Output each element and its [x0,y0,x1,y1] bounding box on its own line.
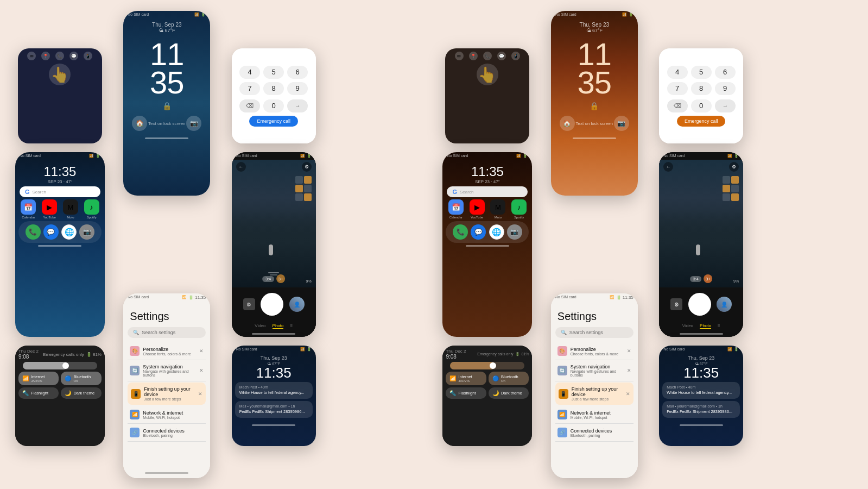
key-2[interactable]: 5 [263,66,284,79]
key-1[interactable]: 4 [239,66,260,79]
qs-tile-internet[interactable]: 📶 Internet JARVIS [18,372,59,385]
shutter-btn-2[interactable] [688,293,711,316]
key-o4[interactable]: 7 [667,82,688,95]
key-6[interactable]: 9 [287,82,308,95]
settings-item-connected-2[interactable]: 🔗 Connected devices Bluetooth, pairing [555,424,633,442]
brightness-slider-dark[interactable] [23,362,97,369]
camera-status-2: No SIM card 📶🔋 [659,152,743,160]
mode-more[interactable]: ≡ [290,323,293,329]
search-bar[interactable]: G Search [20,186,100,197]
app-calendar[interactable]: 📅 Calendar [20,199,37,219]
settings-item-finish-setup[interactable]: 📱 Finish setting up your device Just a f… [128,383,206,405]
key-4[interactable]: 7 [239,82,260,95]
zoom-val-2[interactable]: 3:4 [690,276,702,282]
camera-back-icon-2[interactable]: ← [663,162,673,172]
settings-item-nav-2[interactable]: 🔄 System navigation Navigate with gestur… [555,360,633,381]
settings-item-network[interactable]: 📶 Network & internet Mobile, Wi-Fi, hots… [128,406,206,424]
grid-tile-3 [295,185,303,192]
app-spotify[interactable]: ♪ Spotify [83,199,100,219]
home-warm-carrier: No SIM card [447,154,468,158]
home-btn-canyon[interactable]: 🏠 [560,116,575,131]
settings-item-connected[interactable]: 🔗 Connected devices Bluetooth, pairing [128,424,206,442]
key-o3[interactable]: 6 [715,66,736,79]
app-calendar-w[interactable]: 📅 Calendar [447,199,465,219]
settings-item-finish-setup-2[interactable]: 📱 Finish setting up your device Just a f… [555,383,633,405]
camera-thumbnail-2[interactable]: 👤 [717,297,732,312]
personalize-close-2[interactable]: ✕ [627,348,631,354]
app-moto[interactable]: M Moto [61,199,79,219]
settings-item-personalize-2[interactable]: 🎨 Personalize Choose fonts, colors & mor… [555,342,633,360]
camera-settings-btn[interactable]: ⚙ [243,298,255,310]
app-moto-w[interactable]: M Moto [489,199,507,219]
brightness-thumb[interactable] [62,362,69,369]
camera-btn-canyon[interactable]: 📷 [614,116,629,131]
shutter-btn[interactable] [261,293,283,316]
key-3[interactable]: 6 [287,66,308,79]
finish-icon-2: 📱 [559,389,568,399]
mode-photo[interactable]: Photo [273,323,284,329]
qs-tile-torch[interactable]: 🔦 Flashlight [18,387,59,399]
camera-dock-w[interactable]: 📷 [507,224,522,240]
key-5[interactable]: 8 [263,82,284,95]
app-spotify-w[interactable]: ♪ Spotify [510,199,528,219]
settings-item-nav[interactable]: 🔄 System navigation Navigate with gestur… [128,360,206,381]
status-icons: 📶🔋 [194,12,206,17]
camera-settings-icon[interactable]: ⚙ [302,162,312,172]
settings-search-bar[interactable]: 🔍 Search settings [128,327,206,338]
camera-back-icon[interactable]: ← [236,162,246,172]
camera-thumbnail[interactable]: 👤 [289,297,305,312]
chrome-dock-w[interactable]: 🌐 [489,224,504,240]
settings-item-network-2[interactable]: 📶 Network & internet Mobile, Wi-Fi, hots… [555,406,633,424]
camera-bottom-controls-2: ⚙ 👤 [659,287,743,321]
personalize-close[interactable]: ✕ [199,348,204,354]
key-o6[interactable]: 9 [715,82,736,95]
emergency-call-btn-orange[interactable]: Emergency call [677,116,726,127]
finish-close[interactable]: ✕ [198,391,202,397]
camera-dock[interactable]: 📷 [79,224,94,240]
backspace-key[interactable]: ⌫ [239,99,260,112]
mode-video-2[interactable]: Video [682,323,693,329]
qs-tile-bt-2[interactable]: 🔵 Bluetooth On [489,372,529,385]
qs-tile-dark-mode-2[interactable]: 🌙 Dark theme [489,387,529,399]
nav-close[interactable]: ✕ [199,368,204,373]
mode-video[interactable]: Video [255,323,265,329]
messages-dock-w[interactable]: 💬 [471,224,486,240]
key-o5[interactable]: 8 [691,82,712,95]
moto-icon-w: M [490,199,505,215]
chrome-dock[interactable]: 🌐 [61,224,77,240]
app-youtube[interactable]: ▶ YouTube [41,199,59,219]
home-btn[interactable]: 🏠 [132,116,147,131]
mode-photo-2[interactable]: Photo [700,323,711,329]
emergency-call-btn[interactable]: Emergency call [249,116,298,127]
qs-tile-dark-mode[interactable]: 🌙 Dark theme [61,387,102,399]
camera-btn[interactable]: 📷 [186,116,201,131]
camera-settings-icon-2[interactable]: ⚙ [729,162,739,172]
phone-dock-w[interactable]: 📞 [453,224,468,240]
brightness-slider-dark-2[interactable] [450,362,524,369]
camera-settings-btn-2[interactable]: ⚙ [670,298,682,310]
finish-close-2[interactable]: ✕ [626,391,630,397]
zoom-btn[interactable]: 3+ [276,274,285,283]
delete-key[interactable]: → [287,99,308,112]
app-youtube-w[interactable]: ▶ YouTube [468,199,486,219]
key-0[interactable]: 0 [263,99,284,112]
qs-tile-internet-2[interactable]: 📶 Internet JARVIS [446,372,486,385]
zoom-btn-2[interactable]: 3+ [704,274,713,283]
qs-tile-bt[interactable]: 🔵 Bluetooth On [61,372,102,385]
brightness-thumb-2[interactable] [490,362,496,369]
delete-key-2[interactable]: → [715,99,736,112]
zoom-val[interactable]: 3:4 [262,276,274,282]
qs-tile-torch-2[interactable]: 🔦 Flashlight [446,387,486,399]
key-o2[interactable]: 5 [691,66,712,79]
messages-dock[interactable]: 💬 [43,224,59,240]
search-bar-warm[interactable]: G Search [447,186,528,197]
settings-item-personalize[interactable]: 🎨 Personalize Choose fonts, colors & mor… [128,342,206,360]
key-o0[interactable]: 0 [691,99,712,112]
settings-search-bar-2[interactable]: 🔍 Search settings [555,327,633,338]
phone-dock[interactable]: 📞 [26,224,41,240]
nav-indicator-canyon [573,137,616,139]
backspace-key-2[interactable]: ⌫ [667,99,688,112]
mode-more-2[interactable]: ≡ [718,323,720,329]
nav-close-2[interactable]: ✕ [627,368,631,373]
key-o1[interactable]: 4 [667,66,688,79]
